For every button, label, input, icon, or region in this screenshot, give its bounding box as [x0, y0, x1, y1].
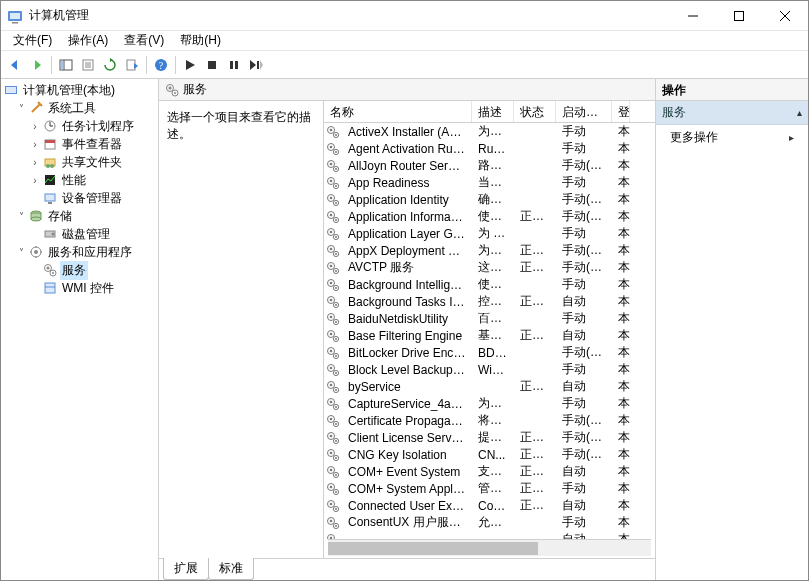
service-row[interactable]: Base Filtering Engine基本...正在...自动本 — [324, 327, 655, 344]
service-row[interactable]: AppX Deployment Service ...为部...正在...手动(… — [324, 242, 655, 259]
service-row[interactable]: 自动本 — [324, 531, 655, 539]
service-row[interactable]: AllJoyn Router Service路由...手动(触发...本 — [324, 157, 655, 174]
tree-device-manager[interactable]: 设备管理器 — [1, 189, 158, 207]
col-startup[interactable]: 启动类型 — [556, 101, 612, 122]
service-row[interactable]: Background Tasks Infrastru...控制...正在...自… — [324, 293, 655, 310]
refresh-button[interactable] — [99, 54, 121, 76]
svg-point-117 — [335, 355, 337, 357]
collapse-icon[interactable]: ˅ — [15, 210, 27, 222]
service-startup: 手动(触发... — [556, 429, 612, 446]
expand-icon[interactable]: › — [29, 120, 41, 132]
service-row[interactable]: Background Intelligent Tra...使用...手动本 — [324, 276, 655, 293]
tree-system-tools[interactable]: ˅ 系统工具 — [1, 99, 158, 117]
service-row[interactable]: Block Level Backup Engine ...Win...手动本 — [324, 361, 655, 378]
tab-extended[interactable]: 扩展 — [163, 558, 209, 580]
tree-root[interactable]: 计算机管理(本地) — [1, 81, 158, 99]
service-row[interactable]: App Readiness当用...手动本 — [324, 174, 655, 191]
service-desc: Con... — [472, 499, 514, 513]
center-header-title: 服务 — [183, 81, 207, 98]
col-name[interactable]: 名称 — [324, 101, 472, 122]
col-logon[interactable]: 登 — [612, 101, 630, 122]
services-list[interactable]: 名称 描述 状态 启动类型 登 ActiveX Installer (AxIns… — [324, 101, 655, 558]
tree-services-apps[interactable]: ˅服务和应用程序 — [1, 243, 158, 261]
tools-icon — [28, 100, 44, 116]
service-row[interactable]: BaiduNetdiskUtility百度...手动本 — [324, 310, 655, 327]
service-row[interactable]: Client License Service (Clip...提供...正在..… — [324, 429, 655, 446]
collapse-icon[interactable]: ˅ — [15, 102, 27, 114]
service-row[interactable]: AVCTP 服务这是...正在...手动(触发...本 — [324, 259, 655, 276]
service-startup: 手动(触发... — [556, 446, 612, 463]
back-button[interactable] — [4, 54, 26, 76]
tree-shared-folders[interactable]: ›共享文件夹 — [1, 153, 158, 171]
show-hide-tree-button[interactable] — [55, 54, 77, 76]
service-logon: 本 — [612, 310, 630, 327]
tree-services[interactable]: 服务 — [1, 261, 158, 279]
svg-point-87 — [330, 230, 333, 233]
svg-point-143 — [330, 468, 333, 471]
service-icon — [324, 278, 342, 292]
tree-event-viewer[interactable]: ›事件查看器 — [1, 135, 158, 153]
service-row[interactable]: COM+ Event System支持...正在...自动本 — [324, 463, 655, 480]
service-logon: 本 — [612, 174, 630, 191]
forward-button[interactable] — [26, 54, 48, 76]
service-logon: 本 — [612, 242, 630, 259]
minimize-button[interactable] — [670, 1, 716, 31]
tab-standard[interactable]: 标准 — [208, 558, 254, 580]
computer-icon — [3, 82, 19, 98]
disk-icon — [42, 226, 58, 242]
service-row[interactable]: COM+ System Application管理...正在...手动本 — [324, 480, 655, 497]
service-startup: 自动 — [556, 531, 612, 539]
help-button[interactable]: ? — [150, 54, 172, 76]
export-list-button[interactable] — [121, 54, 143, 76]
service-row[interactable]: CaptureService_4aeb7ca为调...手动本 — [324, 395, 655, 412]
expand-icon[interactable]: › — [29, 174, 41, 186]
scrollbar-thumb[interactable] — [328, 542, 538, 555]
menu-help[interactable]: 帮助(H) — [172, 30, 229, 51]
svg-point-79 — [330, 196, 333, 199]
action-more[interactable]: 更多操作 ▸ — [656, 125, 808, 150]
pause-service-button[interactable] — [223, 54, 245, 76]
tree-task-scheduler[interactable]: ›任务计划程序 — [1, 117, 158, 135]
service-desc: 当用... — [472, 174, 514, 191]
service-desc: 管理... — [472, 480, 514, 497]
service-row[interactable]: Connected User Experienc...Con...正在...自动… — [324, 497, 655, 514]
service-row[interactable]: ConsentUX 用户服务_4aeb...允许...手动本 — [324, 514, 655, 531]
service-icon — [324, 465, 342, 479]
service-row[interactable]: Application Information使用...正在...手动(触发..… — [324, 208, 655, 225]
stop-service-button[interactable] — [201, 54, 223, 76]
maximize-button[interactable] — [716, 1, 762, 31]
service-icon — [324, 516, 342, 530]
service-desc: 为部... — [472, 242, 514, 259]
menu-file[interactable]: 文件(F) — [5, 30, 60, 51]
properties-icon[interactable] — [77, 54, 99, 76]
horizontal-scrollbar[interactable] — [328, 539, 651, 556]
service-row[interactable]: Application Layer Gateway ...为 In...手动本 — [324, 225, 655, 242]
service-icon — [324, 482, 342, 496]
start-service-button[interactable] — [179, 54, 201, 76]
service-row[interactable]: Certificate Propagation将用...手动(触发...本 — [324, 412, 655, 429]
service-row[interactable]: byService正在...自动本 — [324, 378, 655, 395]
restart-service-button[interactable] — [245, 54, 267, 76]
service-row[interactable]: BitLocker Drive Encryption ...BDE...手动(触… — [324, 344, 655, 361]
tree-performance[interactable]: ›性能 — [1, 171, 158, 189]
menu-view[interactable]: 查看(V) — [116, 30, 172, 51]
service-row[interactable]: Application Identity确定...手动(触发...本 — [324, 191, 655, 208]
col-desc[interactable]: 描述 — [472, 101, 514, 122]
column-headers[interactable]: 名称 描述 状态 启动类型 登 — [324, 101, 655, 123]
expand-icon[interactable]: › — [29, 138, 41, 150]
service-row[interactable]: Agent Activation Runtime_...Run...手动本 — [324, 140, 655, 157]
service-row[interactable]: CNG Key IsolationCN...正在...手动(触发...本 — [324, 446, 655, 463]
tree-pane[interactable]: 计算机管理(本地) ˅ 系统工具 ›任务计划程序 ›事件查看器 ›共享文件夹 ›… — [1, 79, 159, 580]
tree-wmi-control[interactable]: WMI 控件 — [1, 279, 158, 297]
service-status: 正在... — [514, 378, 556, 395]
tree-disk-management[interactable]: 磁盘管理 — [1, 225, 158, 243]
expand-icon[interactable]: › — [29, 156, 41, 168]
menu-action[interactable]: 操作(A) — [60, 30, 116, 51]
col-status[interactable]: 状态 — [514, 101, 556, 122]
tree-storage[interactable]: ˅存储 — [1, 207, 158, 225]
service-row[interactable]: ActiveX Installer (AxInstSV)为从...手动本 — [324, 123, 655, 140]
collapse-icon[interactable]: ˅ — [15, 246, 27, 258]
close-button[interactable] — [762, 1, 808, 31]
action-subject[interactable]: 服务 ▴ — [656, 101, 808, 125]
service-icon — [324, 312, 342, 326]
